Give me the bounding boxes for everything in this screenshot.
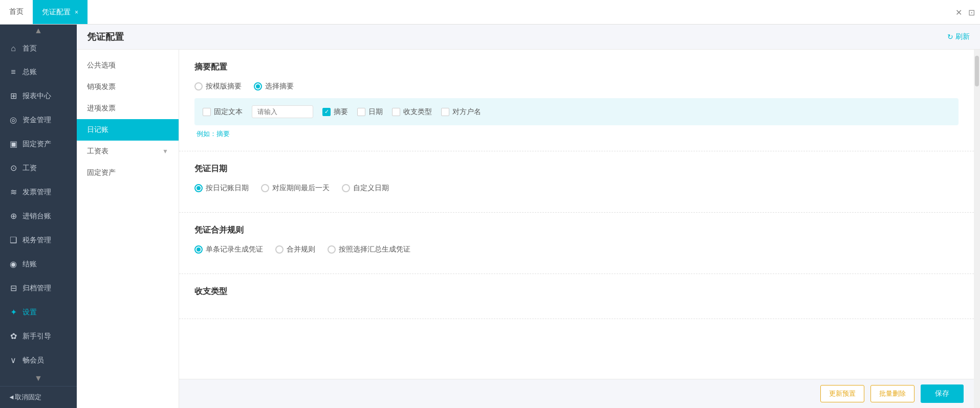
sidebar-item-ledger[interactable]: ≡ 总账 [0, 60, 77, 84]
stock-icon: ⊕ [8, 211, 18, 221]
scroll-thumb[interactable] [975, 56, 979, 86]
sidebar-scroll-up[interactable]: ▲ [0, 25, 77, 37]
sidebar-item-stock[interactable]: ⊕ 进销台账 [0, 204, 77, 228]
sidebar-item-guide[interactable]: ✿ 新手引导 [0, 324, 77, 348]
nav-payroll[interactable]: 工资表 ▼ [77, 141, 179, 162]
sidebar-item-label: 发票管理 [23, 188, 51, 197]
sidebar-item-settings[interactable]: ✦ 设置 [0, 300, 77, 324]
batch-delete-button[interactable]: 批量删除 [870, 385, 914, 402]
sidebar-item-label: 固定资产 [23, 140, 51, 149]
counterpart-box [441, 108, 449, 116]
sidebar-item-member[interactable]: ∨ 畅会员 [0, 348, 77, 372]
date-label: 日期 [368, 107, 383, 117]
settle-icon: ◉ [8, 259, 18, 269]
sidebar-item-assets[interactable]: ▣ 固定资产 [0, 132, 77, 156]
summary-example: 例如：摘要 [194, 129, 959, 139]
period-last-label: 对应期间最后一天 [272, 184, 330, 193]
sidebar-item-tax[interactable]: ❑ 税务管理 [0, 228, 77, 252]
select-merge-circle [328, 245, 336, 254]
tab-home[interactable]: 首页 [0, 0, 33, 24]
section-income-type: 收支类型 [179, 274, 974, 319]
radio-select-summary[interactable]: 选择摘要 [254, 82, 294, 91]
checkbox-fixed-text[interactable]: 固定文本 [203, 107, 243, 117]
nav-sales[interactable]: 销项发票 [77, 76, 179, 98]
checkbox-income-type[interactable]: 收支类型 [392, 107, 432, 117]
tab-close-icon[interactable]: × [75, 9, 78, 16]
sidebar-item-home[interactable]: ⌂ 首页 [0, 37, 77, 60]
update-preview-button[interactable]: 更新预置 [820, 385, 864, 402]
sidebar-item-label: 报表中心 [23, 92, 51, 101]
radio-single[interactable]: 单条记录生成凭证 [194, 245, 263, 254]
home-icon: ⌂ [8, 44, 18, 53]
radio-select-circle [254, 82, 262, 90]
summary-title: 摘要配置 [194, 62, 959, 73]
nav-journal[interactable]: 日记账 [77, 119, 179, 141]
sidebar-item-label: 总账 [23, 67, 37, 77]
reports-icon: ⊞ [8, 91, 18, 101]
merge-title: 凭证合并规则 [194, 225, 959, 236]
date-title: 凭证日期 [194, 164, 959, 174]
sidebar-item-label: 进销台账 [23, 212, 51, 221]
checkbox-date[interactable]: 日期 [357, 107, 383, 117]
income-type-label: 收支类型 [403, 107, 432, 117]
save-button[interactable]: 保存 [921, 384, 964, 403]
radio-custom-date[interactable]: 自定义日期 [342, 184, 389, 193]
sidebar-item-reports[interactable]: ⊞ 报表中心 [0, 84, 77, 108]
page-title: 凭证配置 [87, 31, 124, 43]
bottom-action-bar: 更新预置 批量删除 保存 [179, 379, 974, 408]
member-icon: ∨ [8, 355, 18, 365]
right-scrollbar[interactable] [974, 50, 980, 408]
custom-date-label: 自定义日期 [353, 184, 389, 193]
invoice-icon: ≋ [8, 187, 18, 197]
checkbox-counterpart[interactable]: 对方户名 [441, 107, 481, 117]
counterpart-label: 对方户名 [452, 107, 481, 117]
single-label: 单条记录生成凭证 [206, 245, 263, 254]
sidebar-item-funds[interactable]: ◎ 资金管理 [0, 108, 77, 132]
tab-voucher-config[interactable]: 凭证配置 × [33, 0, 88, 24]
radio-select-merge[interactable]: 按照选择汇总生成凭证 [328, 245, 410, 254]
radio-merge-rule[interactable]: 合并规则 [275, 245, 315, 254]
section-date: 凭证日期 按日记账日期 对应期间最后一天 自定义日期 [179, 151, 974, 213]
sidebar-item-salary[interactable]: ⊙ 工资 [0, 156, 77, 180]
refresh-button[interactable]: ↻ 刷新 [947, 32, 970, 41]
nav-purchase[interactable]: 进项发票 [77, 98, 179, 119]
select-merge-label: 按照选择汇总生成凭证 [339, 245, 410, 254]
window-close-icon[interactable]: ✕ [955, 7, 962, 17]
nav-fixed-assets[interactable]: 固定资产 [77, 162, 179, 184]
tax-icon: ❑ [8, 235, 18, 245]
summary-radio-group: 按模版摘要 选择摘要 [194, 82, 959, 91]
cancel-fixed-button[interactable]: ◄取消固定 [0, 386, 77, 408]
archive-icon: ⊟ [8, 283, 18, 293]
radio-template-summary[interactable]: 按模版摘要 [194, 82, 242, 91]
tab-active-label: 凭证配置 [42, 8, 71, 17]
nav-public[interactable]: 公共选项 [77, 55, 179, 76]
merge-rule-circle [275, 245, 284, 254]
salary-icon: ⊙ [8, 163, 18, 173]
nav-fixed-assets-label: 固定资产 [87, 168, 116, 177]
sidebar-item-archive[interactable]: ⊟ 归档管理 [0, 276, 77, 300]
nav-purchase-label: 进项发票 [87, 104, 116, 113]
sidebar-item-label: 畅会员 [23, 356, 44, 365]
window-restore-icon[interactable]: ⊡ [968, 7, 975, 17]
fixed-text-box [203, 108, 211, 116]
left-nav: 公共选项 销项发票 进项发票 日记账 工资表 ▼ 固定资产 [77, 50, 179, 408]
date-box [357, 108, 365, 116]
top-bar: 首页 凭证配置 × ✕ ⊡ [0, 0, 980, 25]
sidebar-item-invoice[interactable]: ≋ 发票管理 [0, 180, 77, 204]
fixed-text-input[interactable] [252, 105, 313, 118]
checkbox-summary[interactable]: ✓ 摘要 [322, 107, 348, 117]
sidebar: ▲ ⌂ 首页 ≡ 总账 ⊞ 报表中心 ◎ 资金管理 ▣ 固定资产 ⊙ 工资 ≋ … [0, 25, 77, 408]
sidebar-scroll-down[interactable]: ▼ [0, 372, 77, 384]
section-merge: 凭证合并规则 单条记录生成凭证 合并规则 按照选择汇总生成凭证 [179, 213, 974, 274]
merge-rule-label: 合并规则 [287, 245, 315, 254]
radio-journal-date[interactable]: 按日记账日期 [194, 184, 249, 193]
inner-layout: 公共选项 销项发票 进项发票 日记账 工资表 ▼ 固定资产 [77, 50, 980, 408]
income-type-title: 收支类型 [194, 286, 959, 297]
date-radio-group: 按日记账日期 对应期间最后一天 自定义日期 [194, 184, 959, 193]
refresh-icon: ↻ [947, 33, 953, 41]
sidebar-item-label: 归档管理 [23, 284, 51, 293]
merge-radio-group: 单条记录生成凭证 合并规则 按照选择汇总生成凭证 [194, 245, 959, 254]
radio-template-circle [194, 82, 203, 90]
radio-period-last[interactable]: 对应期间最后一天 [261, 184, 330, 193]
sidebar-item-settle[interactable]: ◉ 结账 [0, 252, 77, 276]
